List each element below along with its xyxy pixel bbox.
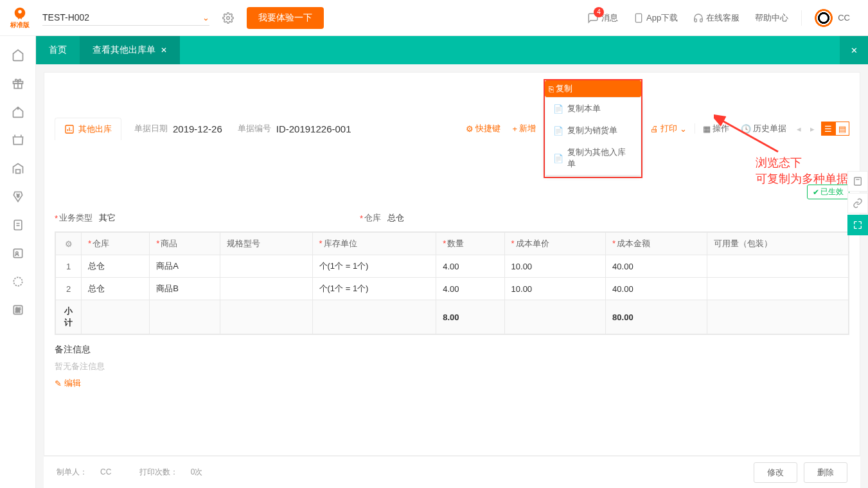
delete-button[interactable]: 删除 xyxy=(804,462,847,483)
list-view-icon[interactable]: ☰ xyxy=(821,122,835,136)
svg-rect-22 xyxy=(855,177,862,185)
page-footer: 制单人：CC 打印次数：0次 修改 删除 xyxy=(44,456,860,488)
rail-note-icon[interactable] xyxy=(847,171,868,192)
subtotal-row: 小计 8.00 80.00 xyxy=(56,300,849,334)
svg-rect-1 xyxy=(635,14,641,22)
copy-as-sales-item[interactable]: 📄 复制为销货单 xyxy=(545,120,641,141)
sidebar-new-icon[interactable]: 新 xyxy=(6,298,30,321)
remarks-section: 备注信息 暂无备注信息 ✎ 编辑 xyxy=(44,335,860,398)
page-tabs: 首页 查看其他出库单 ✕ ✕ xyxy=(36,36,868,64)
sidebar-home-icon[interactable] xyxy=(6,44,30,67)
logo-text: 标准版 xyxy=(10,21,30,30)
col-amount: *成本金额 xyxy=(606,233,707,255)
tab-view-outbound[interactable]: 查看其他出库单 ✕ xyxy=(80,36,180,64)
divider xyxy=(801,10,802,26)
help-button[interactable]: 帮助中心 xyxy=(755,12,788,24)
left-sidebar: ¥ 新 xyxy=(0,36,36,488)
sidebar-warehouse-icon[interactable] xyxy=(6,157,30,180)
copy-as-inbound-item[interactable]: 📄 复制为其他入库单 xyxy=(545,141,641,175)
doc-icon: 📄 xyxy=(553,154,563,163)
check-icon: ✔ xyxy=(813,188,819,197)
sidebar-contact-icon[interactable] xyxy=(6,242,30,265)
app-download-label: App下载 xyxy=(646,12,678,24)
sidebar-refresh-icon[interactable] xyxy=(6,270,30,293)
next-arrow-icon[interactable]: ▸ xyxy=(808,124,817,134)
col-qty: *数量 xyxy=(436,233,504,255)
app-header: 标准版 ⌄ 我要体验一下 消息 4 App下载 在线客服 帮助中心 CC xyxy=(0,0,868,36)
page-title: 其他出库 xyxy=(78,123,112,135)
warehouse-field: * 仓库 总仓 xyxy=(360,212,404,224)
plus-icon: + xyxy=(512,124,517,134)
toolbar: ⚙ 快捷键 + 新增 ⎘ 复制 xyxy=(462,79,849,178)
table-settings-icon[interactable]: ⚙ xyxy=(56,233,82,255)
chevron-down-icon: ⌄ xyxy=(202,13,209,23)
date-value: 2019-12-26 xyxy=(173,123,222,134)
svg-text:新: 新 xyxy=(15,307,21,313)
close-all-tabs-icon[interactable]: ✕ xyxy=(840,36,868,64)
sidebar-bag-icon[interactable] xyxy=(6,129,30,152)
tab-label: 查看其他出库单 xyxy=(93,44,155,56)
support-label: 在线客服 xyxy=(706,12,740,24)
close-icon[interactable]: ✕ xyxy=(161,46,167,55)
warehouse-label: 仓库 xyxy=(364,212,381,224)
copy-dropdown-highlight: ⎘ 复制 📄 复制本单 📄 复制为销货单 xyxy=(544,79,642,178)
sidebar-gift-icon[interactable] xyxy=(6,72,30,95)
messages-button[interactable]: 消息 4 xyxy=(587,12,618,24)
rail-link-icon[interactable] xyxy=(847,193,868,213)
biz-type-value: 其它 xyxy=(99,212,116,224)
app-logo: 标准版 xyxy=(10,6,30,30)
sidebar-money-icon[interactable]: ¥ xyxy=(6,185,30,208)
table-row[interactable]: 2 总仓 商品B 个(1个 = 1个) 4.00 10.00 40.00 xyxy=(56,278,849,300)
copy-this-item[interactable]: 📄 复制本单 xyxy=(545,98,641,120)
page-panel: 其他出库 单据日期 2019-12-26 单据编号 ID-20191226-00… xyxy=(44,72,860,456)
trial-button[interactable]: 我要体验一下 xyxy=(247,7,324,29)
logo-icon xyxy=(13,6,27,21)
data-table: ⚙ *仓库 *商品 规格型号 *库存单位 *数量 *成本单价 *成本金额 可用量… xyxy=(55,231,849,335)
history-button[interactable]: 🕓 历史单据 xyxy=(737,120,790,137)
right-rail xyxy=(847,171,868,237)
action-button[interactable]: ▦ 操作 xyxy=(699,120,733,137)
page-header: 其他出库 单据日期 2019-12-26 单据编号 ID-20191226-00… xyxy=(44,73,860,178)
form-row: * 业务类型 其它 * 仓库 总仓 xyxy=(44,199,860,231)
content-area: 首页 查看其他出库单 ✕ ✕ 其他出库 单据日期 2019-12-26 单 xyxy=(36,36,868,488)
grid-icon: ▦ xyxy=(703,124,711,134)
edit-remarks-button[interactable]: ✎ 编辑 xyxy=(55,377,849,389)
headset-icon xyxy=(693,13,704,23)
rail-expand-icon[interactable] xyxy=(847,215,868,235)
tab-home[interactable]: 首页 xyxy=(36,36,80,64)
page-title-tab: 其他出库 xyxy=(55,118,121,140)
org-input[interactable] xyxy=(42,12,202,23)
chevron-down-icon: ⌄ xyxy=(680,124,687,134)
messages-label: 消息 xyxy=(601,12,618,24)
user-menu[interactable]: CC xyxy=(815,9,850,27)
avatar-icon xyxy=(815,9,833,27)
col-unit: *库存单位 xyxy=(312,233,436,255)
table-row[interactable]: 1 总仓 商品A 个(1个 = 1个) 4.00 10.00 40.00 xyxy=(56,255,849,278)
prev-arrow-icon[interactable]: ◂ xyxy=(794,124,804,134)
add-button[interactable]: + 新增 xyxy=(508,120,540,137)
card-view-icon[interactable]: ▤ xyxy=(835,122,849,136)
phone-icon xyxy=(633,13,644,23)
sidebar-clipboard-icon[interactable] xyxy=(6,213,30,237)
gear-icon: ⚙ xyxy=(466,124,474,134)
user-name: CC xyxy=(838,13,850,23)
support-button[interactable]: 在线客服 xyxy=(693,12,740,24)
col-warehouse: *仓库 xyxy=(82,233,150,255)
doc-icon: 📄 xyxy=(553,126,563,136)
copy-button[interactable]: ⎘ 复制 xyxy=(545,80,641,97)
settings-icon[interactable] xyxy=(222,12,234,24)
chart-icon xyxy=(64,124,75,134)
svg-point-14 xyxy=(13,277,22,285)
shortcut-button[interactable]: ⚙ 快捷键 xyxy=(462,120,504,137)
footer-info: 制单人：CC 打印次数：0次 xyxy=(57,467,228,478)
table-header-row: ⚙ *仓库 *商品 规格型号 *库存单位 *数量 *成本单价 *成本金额 可用量… xyxy=(56,233,849,255)
biz-type-label: 业务类型 xyxy=(59,212,93,224)
svg-point-6 xyxy=(17,108,19,109)
sidebar-house-icon[interactable] xyxy=(6,100,30,123)
no-value: ID-20191226-001 xyxy=(276,123,351,134)
modify-button[interactable]: 修改 xyxy=(754,462,797,483)
print-button[interactable]: 🖨 打印 ⌄ xyxy=(646,120,691,137)
app-download-button[interactable]: App下载 xyxy=(633,12,678,24)
org-selector[interactable]: ⌄ xyxy=(42,10,209,26)
history-icon: 🕓 xyxy=(741,124,751,134)
